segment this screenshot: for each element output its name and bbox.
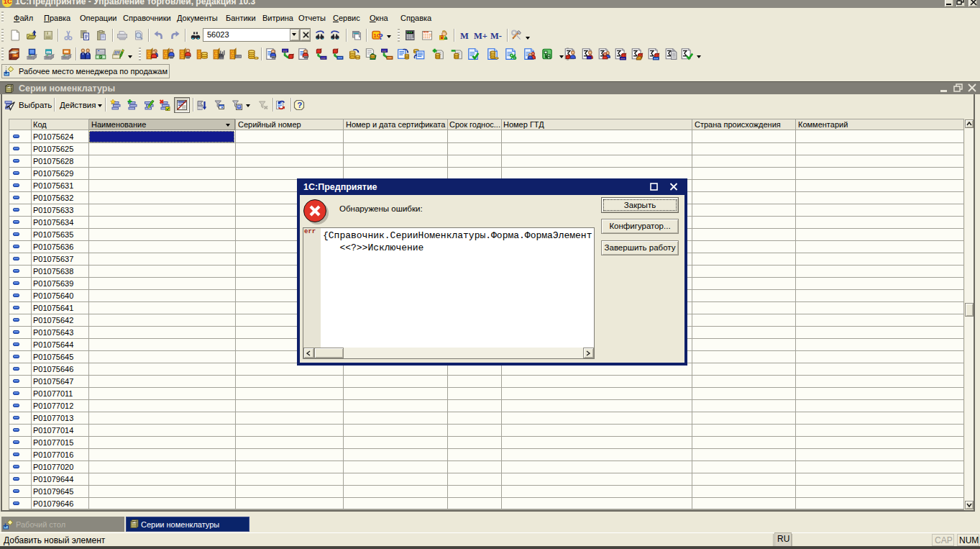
svg-text:?: ? xyxy=(379,31,384,42)
svg-text:?: ? xyxy=(297,101,302,109)
svg-text:$: $ xyxy=(100,55,102,59)
